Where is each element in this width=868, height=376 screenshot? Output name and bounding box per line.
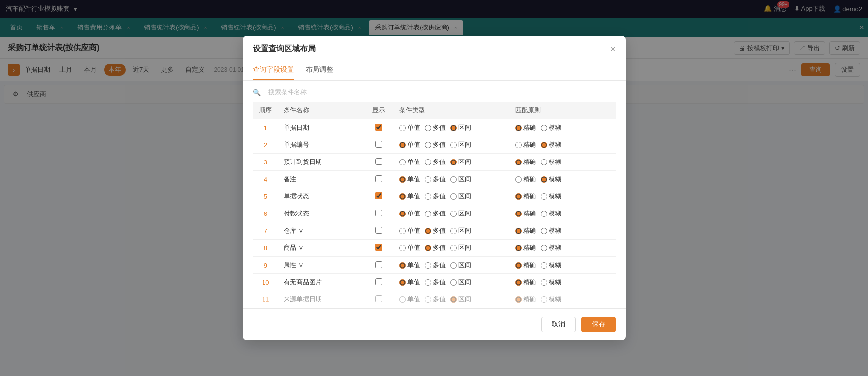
modal-table: 顺序 条件名称 显示 条件类型 匹配原则 1单据日期单值多值区间精确模糊2单据编… <box>243 102 626 107</box>
search-icon: 🔍 <box>253 89 261 96</box>
th-type: 条件类型 <box>395 102 510 107</box>
modal-tabs: 查询字段设置 布局调整 <box>243 60 626 81</box>
modal-tab-fields[interactable]: 查询字段设置 <box>253 60 294 80</box>
th-order: 顺序 <box>253 102 279 107</box>
modal-search-area: 🔍 <box>243 81 626 102</box>
th-name: 条件名称 <box>279 102 363 107</box>
modal-header: 设置查询区域布局 × <box>243 36 626 60</box>
modal-tab-layout[interactable]: 布局调整 <box>306 60 333 80</box>
settings-modal: 设置查询区域布局 × 查询字段设置 布局调整 🔍 顺序 条件名称 显示 条件类型 <box>243 36 626 107</box>
th-match: 匹配原则 <box>510 102 616 107</box>
search-input[interactable] <box>264 86 363 98</box>
th-display: 显示 <box>363 102 395 107</box>
modal-title: 设置查询区域布局 <box>253 44 316 54</box>
modal-close-button[interactable]: × <box>610 45 616 54</box>
modal-overlay: 设置查询区域布局 × 查询字段设置 布局调整 🔍 顺序 条件名称 显示 条件类型 <box>0 0 868 107</box>
